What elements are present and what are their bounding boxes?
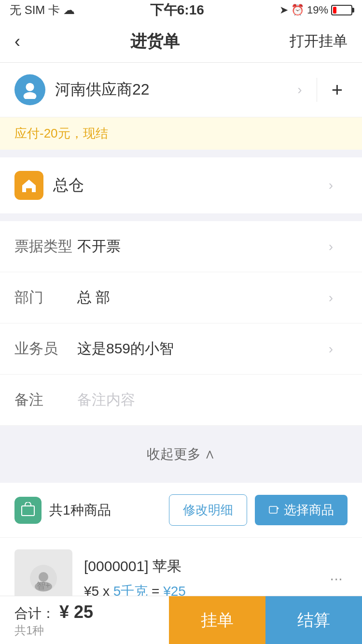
warehouse-row[interactable]: 总仓 › <box>0 157 362 213</box>
product-header: 共1种商品 修改明细 选择商品 <box>0 483 362 538</box>
total-value: ¥ 25 <box>59 602 93 622</box>
battery-icon <box>331 5 352 15</box>
add-supplier-button[interactable]: + <box>327 79 348 101</box>
svg-rect-2 <box>22 506 34 516</box>
svg-rect-3 <box>269 506 277 513</box>
status-time: 下午6:16 <box>150 1 204 19</box>
house-icon <box>20 177 38 194</box>
back-button[interactable]: ‹ <box>14 31 20 52</box>
select-product-button[interactable]: 选择商品 <box>255 495 348 525</box>
svg-point-0 <box>26 83 34 91</box>
status-bar: 无 SIM 卡 ☁ 下午6:16 ➤ ⏰ 19% <box>0 0 362 20</box>
battery-label: 19% <box>307 4 328 16</box>
svg-text:智+: 智+ <box>37 581 51 590</box>
location-icon: ➤ <box>279 4 288 16</box>
total-section: 合计： ¥ 25 共1种 <box>0 602 169 638</box>
nav-bar: ‹ 进货单 打开挂单 <box>0 20 362 63</box>
open-hang-button[interactable]: 打开挂单 <box>290 31 348 51</box>
invoice-chevron-icon: › <box>329 239 333 254</box>
warehouse-name: 总仓 <box>53 175 329 196</box>
product-default-icon: 智+ <box>27 561 60 595</box>
svg-point-5 <box>39 572 48 582</box>
invoice-row[interactable]: 票据类型 不开票 › <box>0 221 362 272</box>
collapse-toggle[interactable]: 收起更多 ∧ <box>0 434 362 475</box>
sales-chevron-icon: › <box>329 341 333 357</box>
total-label: 合计： <box>14 606 55 621</box>
product-count-icon <box>14 497 42 524</box>
collapse-label: 收起更多 ∧ <box>147 445 216 463</box>
warehouse-icon <box>14 171 43 200</box>
total-amount: 合计： ¥ 25 <box>14 602 154 623</box>
sales-row[interactable]: 业务员 这是859的小智 › <box>0 323 362 375</box>
status-right: ➤ ⏰ 19% <box>279 4 352 16</box>
status-left: 无 SIM 卡 ☁ <box>10 2 75 18</box>
sales-value: 这是859的小智 <box>77 339 329 359</box>
product-title: [0000001] 苹果 <box>84 557 325 576</box>
dept-label: 部门 <box>14 288 77 308</box>
warning-banner: 应付-20元，现结 <box>0 117 362 150</box>
dept-row[interactable]: 部门 总 部 › <box>0 272 362 323</box>
supplier-name: 河南供应商22 <box>55 79 297 100</box>
user-icon <box>21 81 39 99</box>
select-product-icon <box>268 504 280 516</box>
supplier-avatar <box>14 74 45 105</box>
total-count: 共1种 <box>14 623 154 638</box>
page-title: 进货单 <box>130 30 180 53</box>
cart-icon <box>20 502 36 518</box>
dept-chevron-icon: › <box>329 290 333 306</box>
hang-button[interactable]: 挂单 <box>169 596 265 644</box>
invoice-label: 票据类型 <box>14 237 77 256</box>
product-info: [0000001] 苹果 ¥5 x 5千克 = ¥25 <box>84 557 325 601</box>
form-section: 票据类型 不开票 › 部门 总 部 › 业务员 这是859的小智 › 备注 备注… <box>0 221 362 426</box>
product-name: 苹果 <box>153 558 181 574</box>
svg-point-1 <box>24 92 37 99</box>
remark-row[interactable]: 备注 备注内容 <box>0 375 362 426</box>
sim-label: 无 SIM 卡 ☁ <box>10 2 75 18</box>
more-options-button[interactable]: ··· <box>325 565 348 592</box>
remark-input[interactable]: 备注内容 <box>77 390 348 410</box>
divider <box>317 78 317 102</box>
select-product-label: 选择商品 <box>284 502 334 518</box>
supplier-row[interactable]: 河南供应商22 › + <box>0 63 362 117</box>
warehouse-chevron-icon: › <box>329 178 333 193</box>
alarm-icon: ⏰ <box>291 4 304 16</box>
checkout-button[interactable]: 结算 <box>265 596 362 644</box>
bottom-bar: 合计： ¥ 25 共1种 挂单 结算 <box>0 596 362 644</box>
invoice-value: 不开票 <box>77 237 329 256</box>
dept-value: 总 部 <box>77 288 329 308</box>
chevron-right-icon: › <box>297 82 302 98</box>
remark-label: 备注 <box>14 390 77 410</box>
product-count-text: 共1种商品 <box>49 501 169 519</box>
edit-detail-button[interactable]: 修改明细 <box>169 494 247 526</box>
supplier-section: 河南供应商22 › + 应付-20元，现结 <box>0 63 362 150</box>
sales-label: 业务员 <box>14 339 77 359</box>
product-code: [0000001] <box>84 558 153 574</box>
